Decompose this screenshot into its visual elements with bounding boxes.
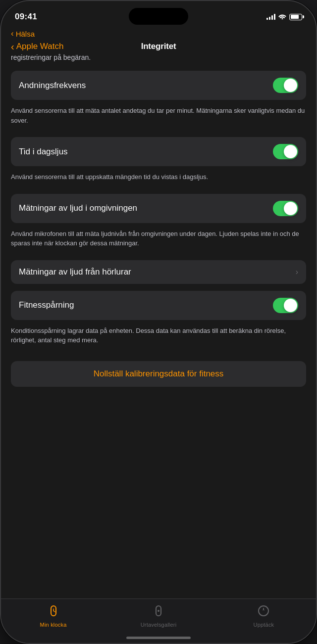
signal-bar-4 [274, 14, 275, 20]
setting-card-andningsfrekvens: Andningsfrekvens [11, 71, 306, 100]
svg-point-4 [158, 610, 159, 612]
back-nav-label[interactable]: Hälsa [16, 30, 35, 38]
nav-title: Integritet [141, 42, 176, 51]
setting-label-ljud-horlurar: Mätningar av ljud från hörlurar [19, 267, 131, 277]
signal-bar-3 [271, 15, 273, 20]
status-icons [266, 13, 302, 21]
setting-row-andningsfrekvens: Andningsfrekvens [11, 71, 306, 100]
setting-card-ljud-horlurar[interactable]: Mätningar av ljud från hörlurar › [11, 260, 306, 284]
phone-frame: 09:41 ‹ Hälsa ‹ Apple Watch [0, 0, 317, 644]
toggle-knob-tid-i-dagsljus [284, 145, 297, 158]
battery-fill [291, 15, 299, 19]
chevron-right-icon: › [296, 268, 298, 276]
setting-label-tid-i-dagsljus: Tid i dagsljus [19, 147, 68, 157]
toggle-fitnesspårning[interactable] [273, 298, 298, 313]
description-tid-i-dagsljus: Använd sensorerna till att uppskatta män… [11, 170, 306, 189]
intro-text: registreringar på begäran. [11, 50, 306, 71]
toggle-andningsfrekvens[interactable] [273, 78, 298, 93]
wifi-icon [278, 13, 286, 21]
description-ljud-omgivningen: Använd mikrofonen till att mäta ljudnivå… [11, 227, 306, 255]
setting-card-tid-i-dagsljus: Tid i dagsljus [11, 137, 306, 166]
setting-row-ljud-horlurar: Mätningar av ljud från hörlurar › [11, 260, 306, 284]
tab-upptäck[interactable]: Upptäck [246, 604, 281, 628]
toggle-knob-ljud-omgivningen [284, 202, 297, 215]
tab-label-upptäck: Upptäck [254, 622, 274, 628]
setting-row-ljud-omgivningen: Mätningar av ljud i omgivningen [11, 194, 306, 223]
main-content: registreringar på begäran. Andningsfrekv… [1, 50, 316, 598]
tab-label-min-klocka: Min klocka [40, 622, 67, 628]
tab-label-urtavelsgalleri: Urtavelsgalleri [141, 622, 177, 628]
setting-label-ljud-omgivningen: Mätningar av ljud i omgivningen [19, 203, 137, 213]
setting-label-fitnesspårning: Fitnesspårning [19, 300, 74, 310]
description-fitnesspårning: Konditionsspårning lagrar data på enhete… [11, 324, 306, 352]
tab-bar: Min klocka Urtavelsgalleri Upptäck [1, 598, 316, 643]
home-indicator [126, 637, 191, 639]
status-time: 09:41 [15, 12, 37, 22]
setting-row-fitnesspårning: Fitnesspårning [11, 291, 306, 320]
upptäck-icon [257, 604, 270, 620]
description-andningsfrekvens: Använd sensorerna till att mäta antalet … [11, 104, 306, 132]
tab-urtavelsgalleri[interactable]: Urtavelsgalleri [141, 604, 177, 628]
battery-icon [289, 14, 302, 20]
min-klocka-icon [47, 604, 60, 620]
signal-bar-2 [269, 17, 270, 20]
reset-button[interactable]: Nollställ kalibreringsdata för fitness [11, 361, 306, 387]
back-chevron-icon: ‹ [11, 29, 14, 39]
signal-icon [266, 14, 275, 20]
setting-row-tid-i-dagsljus: Tid i dagsljus [11, 137, 306, 166]
setting-card-fitnesspårning: Fitnesspårning [11, 291, 306, 320]
signal-bar-1 [266, 18, 268, 20]
dynamic-island [129, 8, 188, 25]
setting-label-andningsfrekvens: Andningsfrekvens [19, 81, 86, 91]
back-button[interactable]: ‹ Apple Watch [11, 42, 63, 51]
toggle-knob-andningsfrekvens [284, 79, 297, 92]
reset-label: Nollställ kalibreringsdata för fitness [94, 369, 224, 378]
svg-point-5 [259, 606, 268, 616]
back-label: Apple Watch [16, 42, 64, 51]
setting-card-ljud-omgivningen: Mätningar av ljud i omgivningen [11, 194, 306, 223]
toggle-tid-i-dagsljus[interactable] [273, 144, 298, 159]
tab-min-klocka[interactable]: Min klocka [36, 604, 71, 628]
urtavelsgalleri-icon [152, 604, 165, 620]
svg-line-2 [53, 611, 55, 612]
back-chevron-icon: ‹ [11, 42, 14, 51]
toggle-ljud-omgivningen[interactable] [273, 201, 298, 216]
toggle-knob-fitnesspårning [284, 299, 297, 312]
